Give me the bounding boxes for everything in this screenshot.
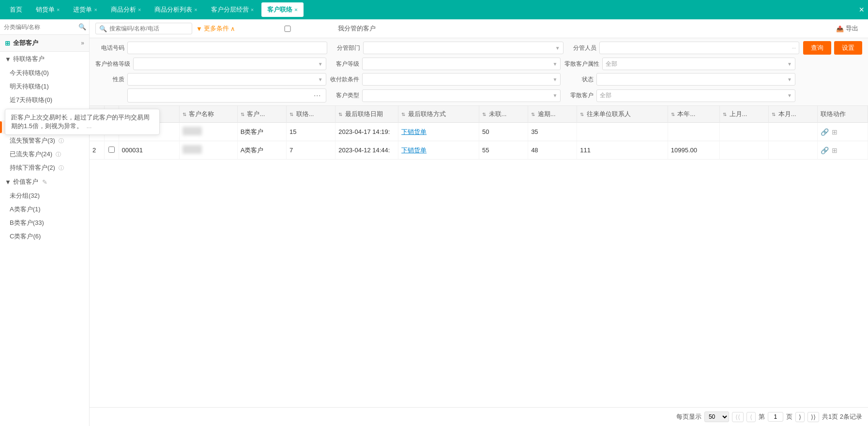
row1-type: B类客户: [237, 123, 286, 141]
sidebar-item-class-a[interactable]: A类客户(1): [0, 203, 89, 216]
main-layout: 🔍 ⊞ 全部客户 » ▼ 待联络客户 今天待联络(0) 明天待联络(1) 近7天…: [0, 19, 868, 426]
gender-select[interactable]: ▼: [127, 73, 326, 86]
filter-payment: 收付款条件 ▼: [330, 73, 561, 86]
sidebar-item-ungrouped[interactable]: 未分组(32): [0, 189, 89, 203]
page-last-btn[interactable]: ⟩⟩: [807, 412, 819, 422]
col-this-month: ⇅ 本月...: [769, 106, 818, 123]
window-close-btn[interactable]: ×: [859, 5, 864, 15]
row2-person: 111: [577, 141, 668, 160]
gender-arrow: ▼: [318, 77, 323, 82]
row2-method-link[interactable]: 下销货单: [401, 147, 426, 154]
export-btn[interactable]: 📤 导出: [832, 22, 862, 35]
setup-button[interactable]: 设置: [834, 41, 862, 55]
col-action: 联络动作: [818, 106, 868, 123]
filter-retail-customer: 零散客户 全部 ▼: [564, 89, 795, 102]
sidebar-search-input[interactable]: [4, 24, 76, 30]
person-select[interactable]: ···: [599, 42, 799, 54]
retail-customer-select[interactable]: 全部 ▼: [596, 89, 795, 102]
sidebar-item-tomorrow-contact[interactable]: 明天待联络(1): [0, 80, 89, 93]
row2-type: A类客户: [237, 141, 286, 160]
filter-row-4: ··· 客户类型 ▼ 零散客户 全部 ▼: [95, 88, 862, 103]
row1-grid-icon[interactable]: ⊞: [832, 128, 838, 136]
price-level-select[interactable]: ▼: [133, 58, 326, 70]
nav-close-product-analysis-list[interactable]: ×: [194, 7, 197, 13]
more-conditions-btn[interactable]: ▼ 更多条件 ∧: [196, 24, 235, 33]
col-contact-count: ⇅ 联络...: [287, 106, 335, 123]
sort-icon-last-month: ⇅: [723, 112, 727, 117]
page-next-btn[interactable]: ⟩: [795, 412, 805, 422]
row1-name-blur: [183, 127, 202, 135]
row2-grid-icon[interactable]: ⊞: [832, 147, 838, 154]
retail-attr-select[interactable]: 全部 ▼: [602, 58, 795, 70]
phone-input[interactable]: [127, 42, 327, 54]
row2-select[interactable]: [108, 147, 115, 153]
value-customer-group[interactable]: ▼ 价值客户 ✎: [0, 175, 89, 189]
customer-level-arrow: ▼: [552, 61, 557, 67]
pending-contact-group[interactable]: ▼ 待联络客户: [0, 52, 89, 66]
customer-type-select[interactable]: ▼: [362, 89, 561, 102]
nav-home[interactable]: 首页: [4, 2, 28, 17]
row2-year: 10995.00: [668, 141, 719, 160]
page-input[interactable]: [768, 412, 783, 422]
sort-icon-name: ⇅: [183, 112, 186, 117]
misc-more-icon[interactable]: ···: [312, 90, 323, 101]
tooltip-more-btn[interactable]: ...: [86, 122, 91, 130]
query-button[interactable]: 查询: [803, 41, 831, 55]
nav-customer-tiering[interactable]: 客户分层经营 ×: [205, 2, 259, 17]
info-icon-churn: ⓘ: [59, 138, 64, 144]
filter-price-level: 客户价格等级 ▼: [95, 58, 326, 70]
nav-customer-contact[interactable]: 客户联络 ×: [261, 2, 303, 17]
page-first-btn[interactable]: ⟨⟨: [732, 412, 744, 422]
row2-link-icon[interactable]: 🔗: [821, 147, 829, 154]
filter-customer-level: 客户等级 ▼: [330, 58, 561, 70]
status-arrow: ▼: [787, 77, 792, 82]
page-prev-btn[interactable]: ⟨: [746, 412, 756, 422]
nav-sales-order[interactable]: 销货单 ×: [30, 2, 65, 17]
nav-close-sales-order[interactable]: ×: [57, 7, 60, 13]
chevron-icon: ∧: [230, 25, 235, 32]
dept-select[interactable]: ▼: [363, 42, 563, 54]
customer-level-select[interactable]: ▼: [362, 58, 561, 70]
sidebar-search-icon[interactable]: 🔍: [78, 23, 86, 30]
nav-close-product-analysis[interactable]: ×: [138, 7, 141, 13]
sidebar-item-7day-contact[interactable]: 近7天待联络(0): [0, 93, 89, 107]
search-icon: 🔍: [99, 25, 107, 32]
sort-icon-type: ⇅: [241, 112, 244, 117]
dept-arrow-icon: ▼: [555, 45, 560, 51]
sidebar-item-churned[interactable]: 已流失客户(24) ⓘ: [0, 147, 89, 161]
all-customers-section: ⊞ 全部客户 »: [0, 35, 89, 52]
tooltip: 距客户上次交易时长，超过了此客户的平均交易周期的1.5倍，则视为异常。 ...: [5, 109, 160, 135]
row1-link-icon[interactable]: 🔗: [821, 128, 829, 136]
sort-icon-person: ⇅: [580, 112, 584, 117]
nav-close-purchase-order[interactable]: ×: [94, 7, 97, 13]
sort-icon-overdue: ⇅: [531, 112, 535, 117]
edit-icon-value-group[interactable]: ✎: [42, 178, 47, 186]
sidebar-item-class-b[interactable]: B类客户(33): [0, 216, 89, 230]
sidebar-item-declining[interactable]: 持续下滑客户(2) ⓘ: [0, 161, 89, 175]
status-select[interactable]: ▼: [596, 73, 795, 86]
row1-last-method: 下销货单: [398, 123, 479, 141]
row2-last-month: [719, 141, 768, 160]
payment-select[interactable]: ▼: [362, 73, 561, 86]
row2-last-method: 下销货单: [398, 141, 479, 160]
sidebar: 🔍 ⊞ 全部客户 » ▼ 待联络客户 今天待联络(0) 明天待联络(1) 近7天…: [0, 19, 90, 426]
row2-uncontacted: 55: [479, 141, 528, 160]
my-customer-checkbox[interactable]: [239, 26, 336, 32]
sidebar-item-today-contact[interactable]: 今天待联络(0): [0, 66, 89, 80]
nav-purchase-order[interactable]: 进货单 ×: [67, 2, 103, 17]
nav-product-analysis-list[interactable]: 商品分析列表 ×: [149, 2, 203, 17]
search-input[interactable]: [95, 23, 192, 34]
info-icon-declining: ⓘ: [59, 165, 64, 171]
sidebar-item-churn-warning[interactable]: 流失预警客户(3) ⓘ: [0, 134, 89, 147]
nav-close-customer-contact[interactable]: ×: [294, 7, 297, 13]
filter-dept: 分管部门 ▼: [331, 42, 563, 54]
row1-method-link[interactable]: 下销货单: [401, 128, 426, 135]
nav-product-analysis[interactable]: 商品分析 ×: [105, 2, 147, 17]
col-this-year: ⇅ 本年...: [668, 106, 719, 123]
retail-attr-arrow: ▼: [787, 61, 792, 67]
misc-select[interactable]: ···: [127, 88, 326, 103]
nav-close-customer-tiering[interactable]: ×: [251, 7, 254, 13]
page-size-select[interactable]: 50 100 200: [704, 411, 729, 422]
sidebar-collapse-btn[interactable]: »: [81, 40, 84, 46]
sidebar-item-class-c[interactable]: C类客户(6): [0, 230, 89, 243]
